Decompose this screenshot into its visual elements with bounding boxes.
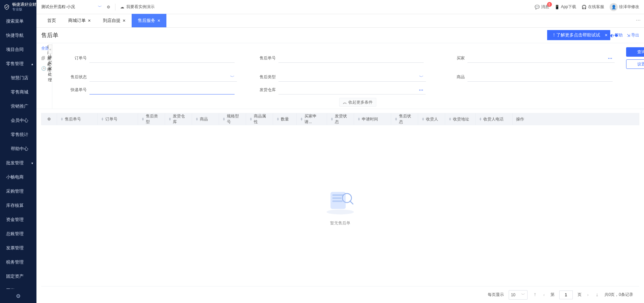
next-page-button[interactable]: › xyxy=(586,293,590,297)
page-label: 第 xyxy=(551,292,555,298)
tab[interactable]: 商城订单✕ xyxy=(62,14,97,27)
more-icon[interactable]: ⋯ xyxy=(608,56,613,61)
chat-icon: 💬 xyxy=(535,5,540,9)
after-no-input[interactable] xyxy=(278,53,424,63)
label-order-no: 订单号 xyxy=(59,55,89,61)
sidebar-item[interactable]: 资金管理 xyxy=(0,213,36,227)
sidebar-menu: 搜索菜单快捷导航项目合同零售管理▴智慧门店零售商城营销推广会员中心零售统计帮助中… xyxy=(0,14,36,289)
sidebar-item[interactable]: 总账管理 xyxy=(0,227,36,241)
chevron-down-icon[interactable]: ﹀ xyxy=(419,74,424,80)
column-header[interactable]: ▲▼收货人 xyxy=(418,113,445,125)
page-suffix: 页 xyxy=(578,292,582,298)
collapse-sidebar-button[interactable]: « xyxy=(48,45,52,54)
empty-text: 暂无售后单 xyxy=(330,220,350,226)
help-tip[interactable]: ！了解更多点击帮助试试 × xyxy=(547,30,610,40)
workspace-select[interactable]: 测试分开流程-小况 ﹀ xyxy=(41,4,102,10)
divider xyxy=(115,4,115,10)
collapse-filters-button[interactable]: ︽ 收起更多条件 xyxy=(339,98,376,107)
last-page-button[interactable]: ⤓ xyxy=(594,293,600,297)
sidebar-item[interactable]: 营销推广 xyxy=(0,99,36,113)
settings-button[interactable]: 设置 xyxy=(626,59,644,69)
svg-rect-4 xyxy=(332,200,343,202)
label-type: 售后类型 xyxy=(248,74,278,80)
sidebar-item[interactable]: 固定资产 xyxy=(0,269,36,283)
close-icon[interactable]: ✕ xyxy=(157,19,160,23)
sidebar-item[interactable]: 发票管理 xyxy=(0,241,36,255)
sidebar-item[interactable]: 零售管理▴ xyxy=(0,57,36,71)
chevron-down-icon[interactable]: ﹀ xyxy=(230,74,235,80)
express-input[interactable] xyxy=(89,85,235,94)
page-size-select[interactable]: 10 ﹀ xyxy=(509,290,528,300)
column-header[interactable]: ▲▼售后单号 xyxy=(57,113,98,125)
gear-icon[interactable]: ⚙ xyxy=(107,5,110,9)
first-page-button[interactable]: ⤒ xyxy=(532,293,538,297)
sidebar-item[interactable]: 库存核算 xyxy=(0,198,36,213)
user-menu[interactable]: 👤 徐泽华修改 xyxy=(610,3,639,11)
label-warehouse: 发货仓库 xyxy=(248,87,278,93)
column-header[interactable]: ▲▼数量 xyxy=(273,113,297,125)
warehouse-input[interactable] xyxy=(278,85,426,94)
column-header[interactable]: ▲▼商品属性 xyxy=(246,113,273,125)
sidebar-item[interactable]: 智慧门店 xyxy=(0,71,36,85)
column-header[interactable]: ▲▼收货地址 xyxy=(445,113,476,125)
column-settings-button[interactable]: ⚙ xyxy=(42,113,57,125)
sidebar: 畅捷通好业财 专业版 搜索菜单快捷导航项目合同零售管理▴智慧门店零售商城营销推广… xyxy=(0,0,36,303)
avatar: 👤 xyxy=(610,3,618,11)
label-goods: 商品 xyxy=(437,74,467,80)
close-icon[interactable]: ✕ xyxy=(88,19,91,23)
sidebar-item[interactable]: 工资 xyxy=(0,283,36,289)
sidebar-item[interactable]: 搜索菜单 xyxy=(0,14,36,28)
sidebar-item[interactable]: 项目合同 xyxy=(0,43,36,57)
column-header[interactable]: 操作 xyxy=(513,113,550,125)
filter-panel: « 全部 🗐 待商家处理 🕒 待买家处理 xyxy=(36,43,644,109)
tab[interactable]: 售后服务✕ xyxy=(132,14,166,27)
page-number-input[interactable] xyxy=(559,291,573,299)
tab[interactable]: 到店自提✕ xyxy=(97,14,132,27)
export-link[interactable]: ⇲ 导出 xyxy=(627,32,639,38)
messages-button[interactable]: 💬 消息 8 xyxy=(535,4,549,10)
sidebar-item[interactable]: 税务管理 xyxy=(0,255,36,269)
settings-icon[interactable]: ⚙ xyxy=(16,293,21,299)
close-icon[interactable]: ✕ xyxy=(123,19,126,23)
sidebar-item[interactable]: 小畅电商 xyxy=(0,170,36,184)
help-link[interactable]: ◐ 帮助 xyxy=(610,32,623,38)
more-icon[interactable]: ⋯ xyxy=(419,87,424,92)
tabs-overflow[interactable]: ⋯ xyxy=(636,18,641,23)
column-header[interactable]: ▲▼买家申请... xyxy=(297,113,327,125)
filter-form: 订单号 售后单号 买家 ⋯ 查询 xyxy=(52,43,644,109)
sidebar-item[interactable]: 采购管理 xyxy=(0,184,36,198)
sidebar-item[interactable]: 批发管理▾ xyxy=(0,156,36,170)
label-status: 售后状态 xyxy=(59,74,89,80)
close-icon[interactable]: × xyxy=(605,32,608,38)
sort-icon: ▲▼ xyxy=(449,117,452,121)
sidebar-item[interactable]: 零售商城 xyxy=(0,85,36,99)
column-header[interactable]: ▲▼售后状态 xyxy=(391,113,418,125)
filter-tab-buyer[interactable]: 🕒 待买家处理 xyxy=(36,63,52,74)
column-header[interactable]: ▲▼发货仓库 xyxy=(165,113,192,125)
type-select[interactable] xyxy=(278,72,426,82)
column-header[interactable]: ▲▼售后类型 xyxy=(138,113,165,125)
demo-link[interactable]: ☁ 我要看实例演示 xyxy=(120,4,155,10)
app-download-button[interactable]: 📱 App下载 xyxy=(555,4,576,10)
column-header[interactable]: ▲▼订单号 xyxy=(98,113,138,125)
column-header[interactable]: ▲▼商品 xyxy=(192,113,219,125)
goods-input[interactable] xyxy=(467,72,613,82)
headset-icon: 🎧 xyxy=(582,5,587,9)
sidebar-item[interactable]: 帮助中心 xyxy=(0,142,36,156)
buyer-input[interactable] xyxy=(467,53,615,63)
sidebar-item[interactable]: 快捷导航 xyxy=(0,28,36,43)
sidebar-item[interactable]: 零售统计 xyxy=(0,128,36,142)
customer-service-button[interactable]: 🎧 在线客服 xyxy=(582,4,604,10)
empty-illustration xyxy=(322,185,359,216)
sort-icon: ▲▼ xyxy=(168,117,171,121)
status-select[interactable] xyxy=(89,72,237,82)
column-header[interactable]: ▲▼发货状态 xyxy=(327,113,354,125)
column-header[interactable]: ▲▼收货人电话 xyxy=(476,113,513,125)
query-button[interactable]: 查询 xyxy=(626,47,644,57)
order-no-input[interactable] xyxy=(89,53,235,63)
prev-page-button[interactable]: ‹ xyxy=(542,293,546,297)
tab[interactable]: 首页 xyxy=(41,14,62,27)
sidebar-item[interactable]: 会员中心 xyxy=(0,113,36,128)
column-header[interactable]: ▲▼规格型号 xyxy=(219,113,246,125)
column-header[interactable]: ▲▼申请时间 xyxy=(354,113,391,125)
